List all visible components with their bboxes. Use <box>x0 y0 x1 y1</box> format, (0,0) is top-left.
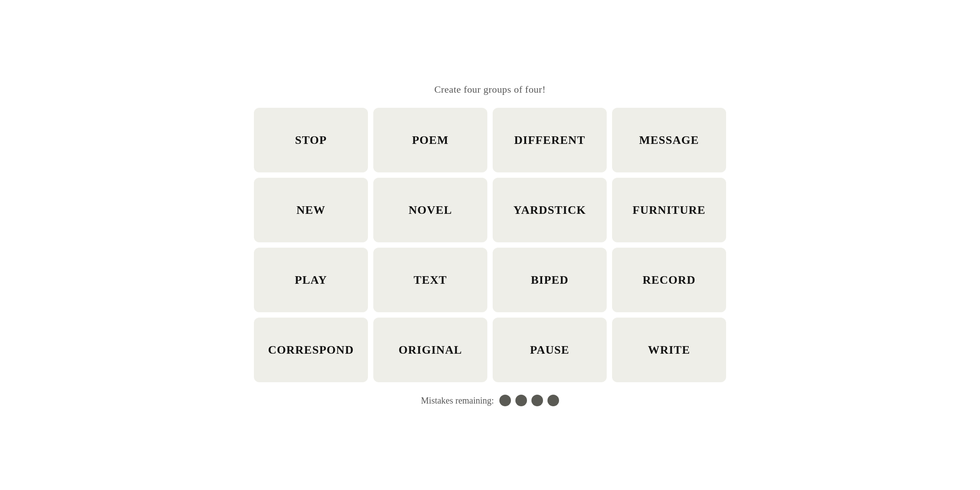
word-label-pause: PAUSE <box>526 343 574 357</box>
mistakes-row: Mistakes remaining: <box>421 395 559 406</box>
word-label-correspond: CORRESPOND <box>264 343 358 357</box>
word-label-yardstick: YARDSTICK <box>509 204 591 217</box>
word-card-novel[interactable]: NOVEL <box>373 178 487 242</box>
word-card-write[interactable]: WRITE <box>612 318 726 382</box>
word-card-yardstick[interactable]: YARDSTICK <box>493 178 607 242</box>
word-card-text[interactable]: TEXT <box>373 248 487 312</box>
word-label-record: RECORD <box>638 274 700 287</box>
word-card-record[interactable]: RECORD <box>612 248 726 312</box>
mistake-dot-4 <box>547 395 559 406</box>
word-label-write: WRITE <box>644 343 695 357</box>
word-card-stop[interactable]: STOP <box>254 108 368 172</box>
mistakes-label: Mistakes remaining: <box>421 396 494 406</box>
mistake-dot-2 <box>515 395 527 406</box>
word-label-new: NEW <box>292 204 330 217</box>
word-label-poem: POEM <box>408 134 453 147</box>
word-card-play[interactable]: PLAY <box>254 248 368 312</box>
word-label-original: ORIGINAL <box>394 343 467 357</box>
word-card-original[interactable]: ORIGINAL <box>373 318 487 382</box>
dots-container <box>499 395 559 406</box>
word-card-biped[interactable]: BIPED <box>493 248 607 312</box>
word-card-different[interactable]: DIFFERENT <box>493 108 607 172</box>
word-card-pause[interactable]: PAUSE <box>493 318 607 382</box>
word-card-poem[interactable]: POEM <box>373 108 487 172</box>
subtitle: Create four groups of four! <box>434 84 546 95</box>
word-card-message[interactable]: MESSAGE <box>612 108 726 172</box>
word-label-play: PLAY <box>290 274 332 287</box>
game-container: Create four groups of four! STOPPOEMDIFF… <box>254 84 726 406</box>
word-label-novel: NOVEL <box>404 204 457 217</box>
word-card-correspond[interactable]: CORRESPOND <box>254 318 368 382</box>
word-card-new[interactable]: NEW <box>254 178 368 242</box>
word-label-stop: STOP <box>290 134 331 147</box>
mistake-dot-3 <box>531 395 543 406</box>
word-card-furniture[interactable]: FURNITURE <box>612 178 726 242</box>
word-label-different: DIFFERENT <box>510 134 590 147</box>
word-label-biped: BIPED <box>527 274 573 287</box>
word-grid: STOPPOEMDIFFERENTMESSAGENEWNOVELYARDSTIC… <box>254 108 726 382</box>
word-label-text: TEXT <box>409 274 452 287</box>
word-label-message: MESSAGE <box>635 134 703 147</box>
word-label-furniture: FURNITURE <box>628 204 710 217</box>
mistake-dot-1 <box>499 395 511 406</box>
